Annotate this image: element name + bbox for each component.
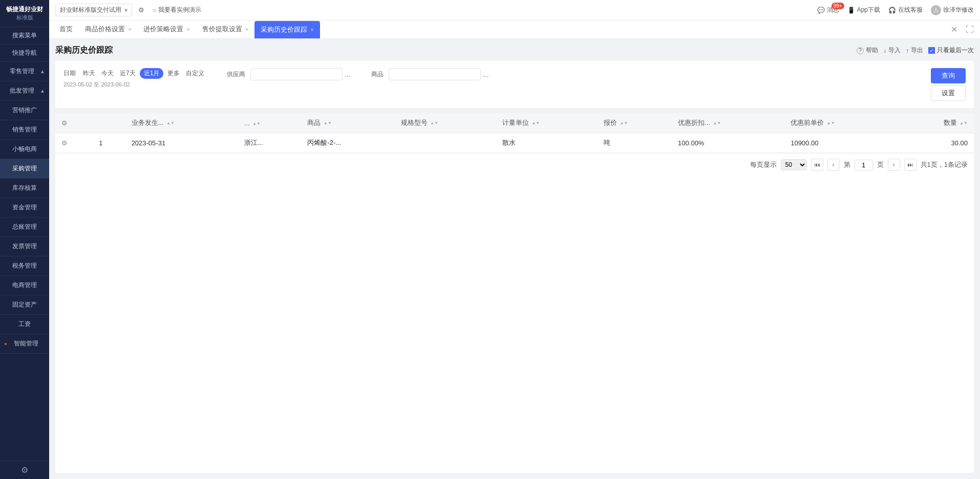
- tab-purchase-history-price[interactable]: 采购历史价跟踪 ×: [254, 21, 319, 38]
- sidebar-item-purchase[interactable]: 采购管理: [0, 159, 49, 179]
- expand-button[interactable]: ⛶: [964, 25, 976, 34]
- page-number-input[interactable]: [855, 160, 873, 170]
- sidebar-item-payroll[interactable]: 工资: [0, 315, 49, 334]
- per-page-label: 每页显示: [750, 160, 777, 169]
- sidebar-item-label: 批发管理: [4, 86, 40, 95]
- date-more[interactable]: 更多: [165, 68, 182, 79]
- filter-actions: 查询 设置: [931, 68, 966, 101]
- first-page-icon: ⏮: [814, 161, 820, 168]
- query-button[interactable]: 查询: [931, 68, 966, 83]
- first-page-button[interactable]: ⏮: [811, 159, 823, 171]
- tab-label: 商品价格设置: [85, 25, 125, 34]
- sidebar-settings[interactable]: ⚙: [0, 461, 49, 479]
- row-date: 2023-05-31: [125, 133, 238, 153]
- date-yesterday[interactable]: 昨天: [81, 68, 97, 79]
- export-button[interactable]: ↑ 导出: [906, 46, 923, 55]
- close-icon[interactable]: ×: [128, 26, 131, 32]
- tab-goods-price[interactable]: 商品价格设置 ×: [79, 20, 137, 39]
- col-unit[interactable]: 计量单位 ▲▼: [496, 113, 598, 133]
- filter-panel: 日期 昨天 今天 近7天 近1月 更多 自定义 2023-05-02 至 202…: [55, 61, 974, 108]
- sidebar-item-ai[interactable]: ● 智能管理: [0, 334, 49, 354]
- col-spec[interactable]: 规格型号 ▲▼: [395, 113, 496, 133]
- version-selector[interactable]: 好业财标准版交付试用 ▾: [55, 4, 132, 16]
- per-page-select[interactable]: 20 50 100: [781, 159, 807, 170]
- help-button[interactable]: ? 帮助: [857, 46, 878, 55]
- sidebar-item-label: 营销推广: [4, 106, 45, 115]
- date-custom[interactable]: 自定义: [184, 68, 206, 79]
- page-label: 第: [844, 160, 850, 169]
- sidebar-item-tax[interactable]: 税务管理: [0, 256, 49, 276]
- close-tab-button[interactable]: ✕: [949, 25, 960, 34]
- col-date[interactable]: 业务发生... ▲▼: [125, 113, 238, 133]
- sidebar-item-invoice[interactable]: 发票管理: [0, 237, 49, 256]
- col-discount[interactable]: 优惠折扣... ▲▼: [672, 113, 784, 133]
- date-label: 日期: [63, 69, 76, 78]
- close-icon[interactable]: ×: [245, 26, 248, 32]
- date-range-display: 2023-05-02 至 2023-06-02: [63, 81, 206, 89]
- sidebar-item-fixed-assets[interactable]: 固定资产: [0, 295, 49, 315]
- goods-input[interactable]: [389, 68, 481, 80]
- app-download-button[interactable]: 📱 App下载: [847, 6, 880, 14]
- next-page-icon: ›: [893, 161, 895, 168]
- tab-home[interactable]: 首页: [53, 20, 79, 39]
- sidebar-item-label: 固定资产: [4, 300, 45, 309]
- sidebar-item-finance[interactable]: 资金管理: [0, 198, 49, 217]
- tab-purchase-price-strategy[interactable]: 进价策略设置 ×: [137, 20, 196, 39]
- sidebar-search[interactable]: 搜索菜单: [0, 27, 49, 45]
- app-download-label: App下载: [857, 6, 880, 14]
- last-page-button[interactable]: ⏭: [904, 159, 917, 171]
- only-last-checkbox[interactable]: ✓ 只看最后一次: [928, 46, 974, 55]
- col-quote[interactable]: 报价 ▲▼: [598, 113, 672, 133]
- row-gear[interactable]: ⚙: [55, 133, 93, 153]
- tabs-bar: 首页 商品价格设置 × 进价策略设置 × 售价提取设置 × 采购历史价跟踪 × …: [49, 20, 980, 39]
- row-qty: 30.00: [900, 133, 974, 153]
- sidebar-item-inventory[interactable]: 库存核算: [0, 179, 49, 198]
- sidebar-item-label: 采购管理: [4, 164, 45, 173]
- filter-settings-button[interactable]: 设置: [931, 85, 966, 101]
- col-pre-discount-price[interactable]: 优惠前单价 ▲▼: [784, 113, 900, 133]
- sidebar-item-sales[interactable]: 销售管理: [0, 120, 49, 140]
- sidebar-item-ledger[interactable]: 总账管理: [0, 217, 49, 237]
- col-qty[interactable]: 数量 ▲▼: [900, 113, 974, 133]
- demo-button[interactable]: ○ 我要看实例演示: [153, 6, 201, 14]
- sidebar-item-ecommerce-small[interactable]: 小畅电商: [0, 140, 49, 159]
- page-suffix: 页: [877, 160, 884, 169]
- row-index: 1: [93, 133, 125, 153]
- online-service-button[interactable]: 🎧 在线客服: [888, 6, 923, 14]
- messages-button[interactable]: 💬 消息 99+: [817, 6, 839, 14]
- col-goods[interactable]: 商品 ▲▼: [301, 113, 394, 133]
- import-icon: ↓: [883, 47, 886, 54]
- sidebar-item-retail[interactable]: 零售管理 ▲: [0, 62, 49, 81]
- filter-row: 日期 昨天 今天 近7天 近1月 更多 自定义 2023-05-02 至 202…: [63, 68, 966, 101]
- headset-icon: 🎧: [888, 7, 896, 14]
- sidebar-item-ecommerce[interactable]: 电商管理: [0, 276, 49, 295]
- gear-icon[interactable]: ⚙: [61, 119, 68, 127]
- topbar-settings-button[interactable]: ⚙: [136, 4, 146, 16]
- app-logo-title: 畅捷通好业财: [4, 5, 45, 14]
- sidebar-item-label: 零售管理: [4, 67, 40, 76]
- date-1month[interactable]: 近1月: [140, 68, 164, 79]
- next-page-button[interactable]: ›: [888, 159, 900, 171]
- sidebar-quicknav[interactable]: 快捷导航: [0, 45, 49, 62]
- search-menu-label: 搜索菜单: [12, 32, 37, 39]
- date-today[interactable]: 今天: [99, 68, 116, 79]
- supplier-input[interactable]: [250, 68, 343, 80]
- user-menu[interactable]: 人 徐泽华修改: [931, 5, 974, 15]
- close-icon[interactable]: ×: [310, 27, 313, 33]
- data-table: ⚙ 业务发生... ▲▼ ... ▲▼ 商品 ▲▼: [55, 113, 974, 153]
- date-7days[interactable]: 近7天: [118, 68, 138, 79]
- tab-label: 采购历史价跟踪: [261, 25, 307, 34]
- close-icon[interactable]: ×: [186, 26, 189, 32]
- col-extra[interactable]: ... ▲▼: [238, 113, 302, 133]
- sidebar-item-wholesale[interactable]: 批发管理 ▲: [0, 81, 49, 101]
- sidebar-item-label: 电商管理: [4, 281, 45, 290]
- supplier-dots-button[interactable]: ...: [345, 70, 351, 78]
- goods-label: 商品: [371, 70, 384, 79]
- prev-page-button[interactable]: ‹: [827, 159, 840, 171]
- sidebar: 畅捷通好业财 标准版 搜索菜单 快捷导航 零售管理 ▲ 批发管理 ▲ 营销推广 …: [0, 0, 49, 479]
- tab-label: 进价策略设置: [143, 25, 183, 34]
- goods-dots-button[interactable]: ...: [483, 70, 489, 78]
- import-button[interactable]: ↓ 导入: [883, 46, 901, 55]
- tab-sale-price-extract[interactable]: 售价提取设置 ×: [196, 20, 254, 39]
- sidebar-item-marketing[interactable]: 营销推广: [0, 101, 49, 120]
